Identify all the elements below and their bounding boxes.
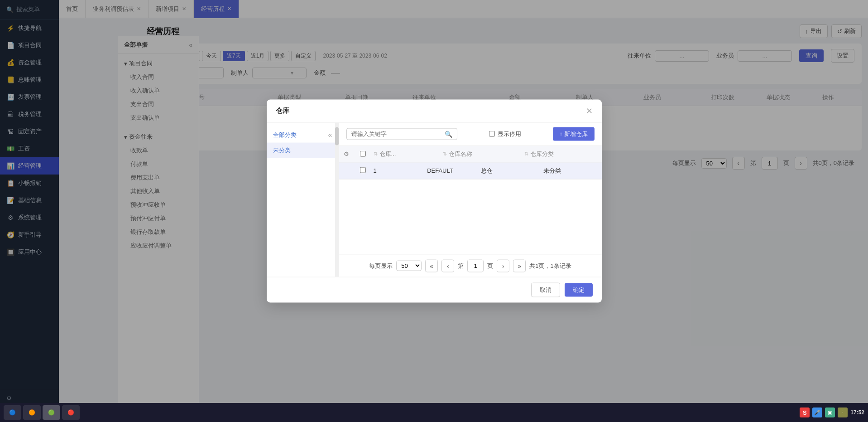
modal-actions: 取消 确定 bbox=[267, 276, 602, 302]
modal-table: ⚙ ⇅ 仓库... ⇅ 仓库名称 ⇅ 仓库分类 bbox=[339, 146, 602, 254]
taskbar-icon-2: 🟠 bbox=[29, 409, 35, 416]
col-cat-label: 仓库分类 bbox=[530, 150, 554, 158]
td-gear bbox=[339, 166, 355, 175]
modal-next-btn[interactable]: › bbox=[497, 259, 509, 272]
modal-close-button[interactable]: ✕ bbox=[586, 106, 593, 116]
modal-search-input[interactable] bbox=[351, 131, 442, 137]
confirm-button[interactable]: 确定 bbox=[565, 283, 593, 296]
taskbar-item-3[interactable]: 🟢 bbox=[43, 405, 60, 420]
modal-page-input[interactable] bbox=[467, 259, 484, 272]
modal-category-header[interactable]: 全部分类 « bbox=[267, 127, 339, 142]
system-tray: S 🎤 ▣ ⋮ 17:52 bbox=[800, 407, 864, 417]
modal-last-btn[interactable]: » bbox=[513, 259, 526, 272]
sort-icon-code: ⇅ bbox=[374, 151, 378, 157]
unclassified-label: 未分类 bbox=[273, 146, 291, 153]
modal-table-header: ⚙ ⇅ 仓库... ⇅ 仓库名称 ⇅ 仓库分类 bbox=[339, 146, 602, 162]
modal-th-check bbox=[355, 147, 369, 161]
col-code-label: 仓库... bbox=[379, 150, 396, 158]
taskbar-item-4[interactable]: 🔴 bbox=[62, 405, 80, 420]
cancel-button[interactable]: 取消 bbox=[531, 282, 560, 297]
col-name-label: 仓库名称 bbox=[449, 150, 472, 158]
modal-page-word: 第 bbox=[458, 262, 464, 270]
modal-header: 仓库 ✕ bbox=[267, 99, 602, 122]
modal-title: 仓库 bbox=[276, 107, 289, 115]
modal-sidebar-scrollbar-thumb bbox=[335, 127, 339, 145]
table-row: 1 DEFAULT 总仓 未分类 bbox=[339, 162, 602, 179]
tray-icon-screen: ▣ bbox=[825, 407, 835, 417]
tray-icon-extra: ⋮ bbox=[838, 407, 848, 417]
td-check bbox=[355, 163, 369, 178]
modal-toolbar: 🔍 显示停用 + 新增仓库 bbox=[339, 122, 602, 146]
search-icon: 🔍 bbox=[445, 130, 452, 137]
windows-taskbar: 🔵 🟠 🟢 🔴 S 🎤 ▣ ⋮ 17:52 bbox=[0, 403, 868, 422]
taskbar-item-2[interactable]: 🟠 bbox=[23, 405, 41, 420]
modal-pagination: 每页显示 50 10 20 100 « ‹ 第 页 › » 共1页，1条记录 bbox=[339, 254, 602, 276]
tray-icon-mic: 🎤 bbox=[812, 407, 822, 417]
add-warehouse-button[interactable]: + 新增仓库 bbox=[553, 127, 594, 141]
row-checkbox[interactable] bbox=[360, 167, 366, 173]
modal-category-unclassified[interactable]: 未分类 bbox=[267, 142, 339, 158]
modal-main: 🔍 显示停用 + 新增仓库 ⚙ ⇅ bbox=[339, 122, 602, 276]
row-name-val: 总仓 bbox=[481, 167, 493, 174]
show-disabled-checkbox[interactable] bbox=[489, 131, 495, 137]
modal-search-box[interactable]: 🔍 bbox=[346, 128, 457, 140]
modal-select-all[interactable] bbox=[360, 151, 366, 157]
modal-sidebar-collapse-icon[interactable]: « bbox=[328, 131, 332, 139]
modal-sidebar-scrollbar[interactable] bbox=[335, 122, 339, 276]
row-code-val: DEFAULT bbox=[427, 167, 453, 174]
td-code: DEFAULT bbox=[422, 163, 476, 178]
modal-per-page-label: 每页显示 bbox=[369, 262, 393, 270]
sort-icon-name: ⇅ bbox=[443, 151, 447, 157]
modal-prev-btn[interactable]: ‹ bbox=[441, 259, 454, 272]
taskbar-icon-4: 🔴 bbox=[67, 409, 74, 416]
modal-th-gear: ⚙ bbox=[339, 146, 355, 161]
modal-th-name: ⇅ 仓库名称 bbox=[438, 146, 520, 162]
taskbar-icon-1: 🔵 bbox=[9, 409, 16, 416]
taskbar-item-1[interactable]: 🔵 bbox=[4, 405, 21, 420]
modal-per-page-select[interactable]: 50 10 20 100 bbox=[396, 261, 422, 271]
warehouse-modal: 仓库 ✕ 全部分类 « 未分类 🔍 bbox=[267, 99, 602, 302]
modal-sidebar: 全部分类 « 未分类 bbox=[267, 122, 339, 276]
sort-icon-cat: ⇅ bbox=[524, 151, 528, 157]
modal-category-label: 全部分类 bbox=[273, 131, 297, 139]
td-row-num: 1 bbox=[369, 163, 423, 178]
row-cat-val: 未分类 bbox=[543, 167, 561, 174]
modal-body: 全部分类 « 未分类 🔍 显示停用 + 新增仓库 bbox=[267, 122, 602, 276]
show-disabled-label: 显示停用 bbox=[498, 130, 521, 138]
tray-icon-s: S bbox=[800, 407, 810, 417]
taskbar-time: 17:52 bbox=[850, 409, 864, 416]
td-cat: 未分类 bbox=[539, 162, 601, 179]
modal-th-cat: ⇅ 仓库分类 bbox=[520, 146, 601, 162]
modal-th-code: ⇅ 仓库... bbox=[369, 146, 439, 162]
modal-total-text: 共1页，1条记录 bbox=[529, 262, 571, 270]
td-name: 总仓 bbox=[476, 162, 539, 179]
modal-page-suffix: 页 bbox=[487, 262, 493, 270]
modal-first-btn[interactable]: « bbox=[425, 259, 438, 272]
gear-col-icon: ⚙ bbox=[344, 150, 349, 157]
show-disabled-checkbox-label[interactable]: 显示停用 bbox=[489, 130, 521, 138]
row-num-val: 1 bbox=[374, 167, 377, 174]
taskbar-icon-3: 🟢 bbox=[48, 409, 55, 416]
